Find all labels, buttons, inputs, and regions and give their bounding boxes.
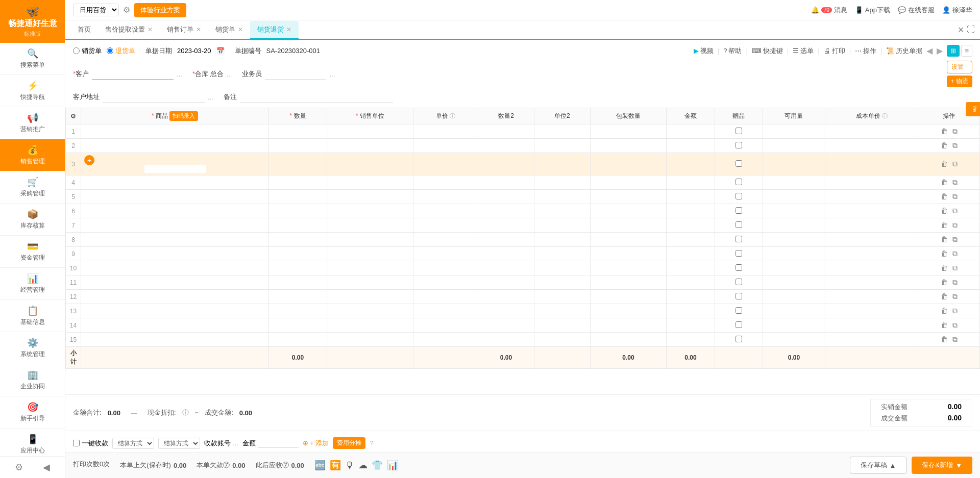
unit2-cell-14[interactable]	[534, 318, 590, 333]
tab-sale-price[interactable]: 售价提取设置 ✕	[98, 21, 160, 39]
product-cell-12[interactable]	[81, 290, 269, 304]
radio-sale[interactable]	[73, 47, 80, 54]
tab-expand-icon[interactable]: ⛶	[967, 25, 975, 35]
unit-price-cell-10[interactable]	[413, 261, 478, 275]
select-btn[interactable]: ☰ 选单	[793, 46, 814, 56]
print-btn[interactable]: 🖨 打印	[824, 46, 845, 56]
unit-price-cell-4[interactable]	[413, 175, 478, 190]
unit2-cell-1[interactable]	[534, 124, 590, 139]
delete-btn-4[interactable]: 🗑	[939, 178, 949, 187]
gift-checkbox-10[interactable]	[736, 264, 742, 271]
quantity-cell-6[interactable]	[269, 204, 327, 218]
shortcut-btn[interactable]: ⌨ 快捷键	[752, 46, 783, 56]
unit2-cell-6[interactable]	[534, 204, 590, 218]
copy-btn-4[interactable]: ⧉	[951, 178, 959, 187]
available-cell-14[interactable]	[763, 318, 825, 333]
sidebar-item-enterprise[interactable]: 🏢 企业协同	[0, 364, 65, 396]
gift-cell-2[interactable]	[715, 139, 763, 153]
sale-unit-cell-15[interactable]	[327, 333, 413, 347]
setting-btn[interactable]: 设置	[947, 61, 972, 73]
sidebar-item-app-center[interactable]: 📱 应用中心	[0, 429, 65, 456]
product-cell-8[interactable]	[81, 233, 269, 247]
gift-cell-5[interactable]	[715, 190, 763, 204]
pack-qty-cell-15[interactable]	[590, 333, 667, 347]
sidebar-item-sys-mgmt[interactable]: ⚙️ 系统管理	[0, 332, 65, 364]
gift-checkbox-5[interactable]	[736, 193, 742, 199]
operation-btn[interactable]: ⋯ 操作	[855, 46, 876, 56]
cost-price-cell-7[interactable]	[825, 218, 918, 233]
col-gear[interactable]: ⚙	[66, 108, 81, 124]
product-cell-3[interactable]: +	[81, 153, 269, 175]
unit-price-cell-1[interactable]	[413, 124, 478, 139]
cost-price-cell-4[interactable]	[825, 175, 918, 190]
view-list-btn[interactable]: ≡	[961, 45, 972, 57]
gift-checkbox-11[interactable]	[736, 279, 742, 285]
available-cell-13[interactable]	[763, 304, 825, 318]
product-input-3[interactable]	[144, 165, 206, 173]
fee-help-icon[interactable]: ?	[370, 439, 373, 447]
gift-cell-3[interactable]	[715, 153, 763, 175]
quantity2-cell-3[interactable]	[478, 153, 534, 175]
tab-sale-bill[interactable]: 销货单 ✕	[208, 21, 250, 39]
radio-return[interactable]	[107, 47, 113, 54]
address-input[interactable]	[103, 91, 205, 103]
pack-qty-cell-1[interactable]	[590, 124, 667, 139]
delete-btn-3[interactable]: 🗑	[939, 159, 949, 168]
sidebar-item-quick-nav[interactable]: ⚡ 快捷导航	[0, 75, 65, 107]
unit-price-cell-15[interactable]	[413, 333, 478, 347]
unit-price-cell-9[interactable]	[413, 247, 478, 261]
amount-cell-10[interactable]	[667, 261, 715, 275]
quantity2-cell-6[interactable]	[478, 204, 534, 218]
gift-checkbox-13[interactable]	[736, 307, 742, 314]
help-btn[interactable]: ? 帮助	[723, 46, 742, 56]
tab-sale-order[interactable]: 销售订单 ✕	[160, 21, 208, 39]
product-cell-10[interactable]	[81, 261, 269, 275]
pack-qty-cell-3[interactable]	[590, 153, 667, 175]
quantity2-cell-15[interactable]	[478, 333, 534, 347]
sale-unit-cell-5[interactable]	[327, 190, 413, 204]
product-cell-6[interactable]	[81, 204, 269, 218]
product-cell-11[interactable]	[81, 275, 269, 290]
quantity2-cell-4[interactable]	[478, 175, 534, 190]
unit-price-cell-11[interactable]	[413, 275, 478, 290]
cost-price-cell-10[interactable]	[825, 261, 918, 275]
quantity-cell-10[interactable]	[269, 261, 327, 275]
copy-btn-5[interactable]: ⧉	[951, 192, 959, 202]
copy-btn-10[interactable]: ⧉	[951, 263, 959, 273]
sale-unit-cell-11[interactable]	[327, 275, 413, 290]
amount-cell-15[interactable]	[667, 333, 715, 347]
pack-qty-cell-4[interactable]	[590, 175, 667, 190]
pack-qty-cell-6[interactable]	[590, 204, 667, 218]
available-cell-1[interactable]	[763, 124, 825, 139]
copy-btn-8[interactable]: ⧉	[951, 235, 959, 244]
cost-price-cell-2[interactable]	[825, 139, 918, 153]
sale-unit-cell-9[interactable]	[327, 247, 413, 261]
sidebar-item-marketing[interactable]: 📢 营销推广	[0, 107, 65, 139]
cost-price-cell-14[interactable]	[825, 318, 918, 333]
sidebar-item-operations[interactable]: 📊 经营管理	[0, 268, 65, 300]
quantity-cell-11[interactable]	[269, 275, 327, 290]
quantity2-cell-13[interactable]	[478, 304, 534, 318]
fee-split-btn[interactable]: 费用分摊	[333, 437, 365, 449]
online-service-item[interactable]: 💬 在线客服	[898, 6, 935, 15]
quantity2-cell-8[interactable]	[478, 233, 534, 247]
available-cell-4[interactable]	[763, 175, 825, 190]
quantity-cell-13[interactable]	[269, 304, 327, 318]
unit-price-cell-8[interactable]	[413, 233, 478, 247]
add-row-btn[interactable]: +	[84, 155, 94, 165]
quantity2-cell-5[interactable]	[478, 190, 534, 204]
industry-select[interactable]: 日用百货	[73, 4, 119, 16]
sidebar-item-guide[interactable]: 🎯 新手引导	[0, 396, 65, 429]
unit-price-cell-2[interactable]	[413, 139, 478, 153]
copy-btn-7[interactable]: ⧉	[951, 220, 959, 230]
sidebar-item-basic-info[interactable]: 📋 基础信息	[0, 300, 65, 332]
product-cell-2[interactable]	[81, 139, 269, 153]
unit2-cell-3[interactable]	[534, 153, 590, 175]
copy-btn-3[interactable]: ⧉	[951, 159, 959, 169]
collapse-icon[interactable]: ◀	[43, 462, 50, 473]
copy-btn-14[interactable]: ⧉	[951, 320, 959, 330]
copy-btn-13[interactable]: ⧉	[951, 306, 959, 316]
delete-btn-15[interactable]: 🗑	[939, 335, 949, 344]
quantity2-cell-1[interactable]	[478, 124, 534, 139]
quantity-cell-12[interactable]	[269, 290, 327, 304]
